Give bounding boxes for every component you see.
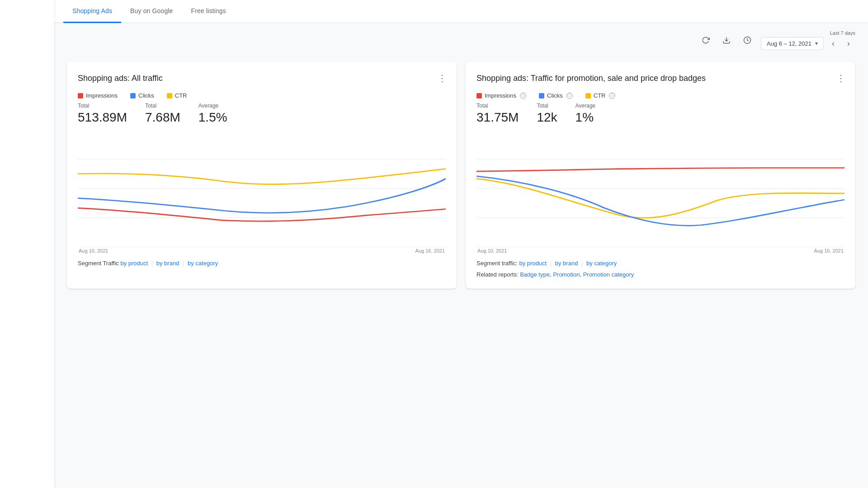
legend-clicks: Clicks — [130, 92, 154, 99]
impressions-info-icon[interactable]: ⓘ — [520, 93, 526, 99]
date-range-wrapper: Last 7 days Aug 6 – 12, 2021 ▾ ‹ › — [761, 30, 855, 50]
related-promotion-category[interactable]: Promotion category — [583, 271, 634, 278]
card2-title: Shopping ads: Traffic for promotion, sal… — [476, 73, 808, 84]
card1-date-start: Aug 10, 2021 — [79, 248, 108, 253]
clicks2-label: Total — [537, 103, 557, 109]
impressions-value: 513.89M — [78, 110, 127, 125]
card-all-traffic: Shopping ads: All traffic ⋮ Impressions … — [67, 62, 457, 289]
clicks-label: Total — [145, 103, 180, 109]
card1-date-end: Aug 16, 2021 — [415, 248, 445, 253]
legend-ctr: CTR — [167, 92, 187, 99]
impressions-dot — [78, 93, 83, 99]
tab-navigation: Shopping Ads Buy on Google Free listings — [54, 0, 868, 23]
segment2-divider-2: | — [581, 260, 583, 267]
impressions-label: Total — [78, 103, 127, 109]
date-range-value: Aug 6 – 12, 2021 — [767, 40, 811, 47]
chevron-down-icon: ▾ — [815, 40, 818, 47]
legend2-ctr: CTR ⓘ — [585, 92, 616, 99]
card2-legend: Impressions ⓘ Clicks ⓘ CTR ⓘ — [476, 92, 844, 99]
card1-chart — [78, 130, 446, 247]
metric-clicks: Total 7.68M — [145, 103, 180, 125]
card2-date-labels: Aug 10, 2021 Aug 16, 2021 — [476, 248, 844, 253]
clicks2-dot — [539, 93, 544, 99]
sidebar — [0, 0, 54, 488]
impressions2-label: Total — [476, 103, 519, 109]
metric-impressions: Total 513.89M — [78, 103, 127, 125]
card1-menu-button[interactable]: ⋮ — [435, 71, 449, 85]
metric2-impressions: Total 31.75M — [476, 103, 519, 125]
ctr2-value: 1% — [576, 110, 595, 125]
next-date-button[interactable]: › — [842, 37, 855, 50]
legend2-ctr-label: CTR — [594, 92, 606, 99]
segment-label: Segment Traffic — [78, 260, 119, 267]
legend-impressions-label: Impressions — [86, 92, 118, 99]
legend2-impressions-label: Impressions — [485, 92, 516, 99]
card2-chart — [476, 130, 844, 247]
toolbar-icons — [698, 33, 755, 47]
date-range-selector[interactable]: Aug 6 – 12, 2021 ▾ — [761, 37, 824, 50]
card-promotion-traffic: Shopping ads: Traffic for promotion, sal… — [466, 62, 855, 289]
ctr2-dot — [585, 93, 591, 99]
prev-date-button[interactable]: ‹ — [826, 37, 840, 50]
card2-date-start: Aug 10, 2021 — [477, 248, 507, 253]
card1-segment-traffic: Segment Traffic by product | by brand | … — [78, 260, 446, 267]
metric2-ctr: Average 1% — [576, 103, 595, 125]
card2-date-end: Aug 16, 2021 — [814, 248, 844, 253]
download-button[interactable] — [719, 33, 734, 47]
card2-related-reports: Related reports: Badge type, Promotion, … — [476, 271, 844, 278]
related-reports-label: Related reports: — [476, 271, 519, 278]
card2-segment-traffic: Segment traffic: by product | by brand |… — [476, 260, 844, 267]
clicks-info-icon[interactable]: ⓘ — [566, 93, 573, 99]
segment2-by-product[interactable]: by product — [519, 260, 547, 267]
impressions2-dot — [476, 93, 482, 99]
refresh-button[interactable] — [698, 33, 713, 47]
ctr-label: Average — [198, 103, 227, 109]
clicks-value: 7.68M — [145, 110, 180, 125]
legend2-clicks-label: Clicks — [547, 92, 563, 99]
card2-metrics: Total 31.75M Total 12k Average 1% — [476, 103, 844, 125]
legend-impressions: Impressions — [78, 92, 118, 99]
segment2-divider-1: | — [550, 260, 552, 267]
card1-title: Shopping ads: All traffic — [78, 73, 409, 84]
toolbar: Last 7 days Aug 6 – 12, 2021 ▾ ‹ › — [54, 23, 868, 57]
ctr-value: 1.5% — [198, 110, 227, 125]
tab-shopping-ads[interactable]: Shopping Ads — [63, 0, 121, 23]
segment2-label: Segment traffic: — [476, 260, 518, 267]
segment-divider-2: | — [183, 260, 184, 267]
related-promotion[interactable]: Promotion — [553, 271, 580, 278]
card1-legend: Impressions Clicks CTR — [78, 92, 446, 99]
ctr2-label: Average — [576, 103, 595, 109]
clicks-dot — [130, 93, 136, 99]
metric2-clicks: Total 12k — [537, 103, 557, 125]
nav-arrows: ‹ › — [826, 37, 855, 50]
tab-buy-on-google[interactable]: Buy on Google — [121, 0, 182, 23]
ctr-dot — [167, 93, 172, 99]
segment2-by-category[interactable]: by category — [586, 260, 617, 267]
segment2-by-brand[interactable]: by brand — [555, 260, 578, 267]
legend-ctr-label: CTR — [175, 92, 187, 99]
segment-divider-1: | — [151, 260, 153, 267]
card1-metrics: Total 513.89M Total 7.68M Average 1.5% — [78, 103, 446, 125]
legend2-clicks: Clicks ⓘ — [539, 92, 573, 99]
card2-menu-button[interactable]: ⋮ — [834, 71, 848, 85]
metric-ctr: Average 1.5% — [198, 103, 227, 125]
impressions2-value: 31.75M — [476, 110, 519, 125]
tab-free-listings[interactable]: Free listings — [182, 0, 235, 23]
related-comma-2: , — [580, 271, 583, 278]
legend-clicks-label: Clicks — [138, 92, 154, 99]
clicks2-value: 12k — [537, 110, 557, 125]
segment-by-product[interactable]: by product — [120, 260, 148, 267]
segment-by-brand[interactable]: by brand — [156, 260, 179, 267]
segment-by-category[interactable]: by category — [188, 260, 218, 267]
legend2-impressions: Impressions ⓘ — [476, 92, 526, 99]
card1-date-labels: Aug 10, 2021 Aug 16, 2021 — [78, 248, 446, 253]
related-badge-type[interactable]: Badge type — [520, 271, 550, 278]
last-n-days-label: Last 7 days — [830, 30, 855, 36]
history-button[interactable] — [740, 33, 755, 47]
ctr-info-icon[interactable]: ⓘ — [609, 93, 615, 99]
cards-area: Shopping ads: All traffic ⋮ Impressions … — [54, 57, 868, 301]
